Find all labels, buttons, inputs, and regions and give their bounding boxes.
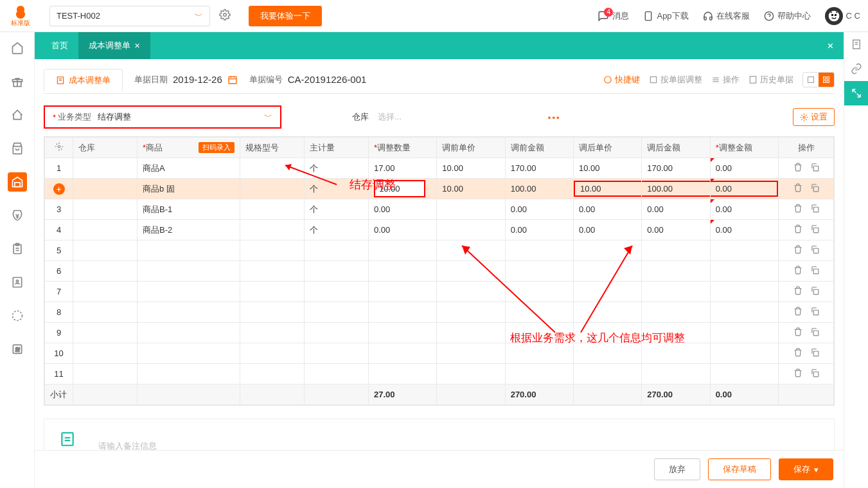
tab-cost-adjustment[interactable]: 成本调整单 ✕ [78, 32, 150, 59]
calendar-icon[interactable] [227, 75, 238, 85]
cell-warehouse[interactable] [73, 179, 137, 199]
cell-spec[interactable] [240, 323, 305, 343]
cell-spec[interactable] [240, 302, 305, 323]
cell-post-price[interactable] [573, 282, 641, 302]
cell-post-amt[interactable] [642, 323, 710, 343]
cell-post-price[interactable] [573, 261, 641, 282]
trial-button[interactable]: 我要体验一下 [249, 6, 322, 26]
cell-spec[interactable] [240, 158, 305, 179]
cell-qty[interactable] [369, 240, 437, 261]
table-row[interactable]: 1商品A个17.0010.00170.0010.00170.000.00 [45, 158, 834, 179]
cell-post-price[interactable] [573, 364, 641, 384]
close-icon[interactable]: ✕ [134, 42, 140, 50]
delete-icon[interactable] [793, 286, 802, 297]
nav-home-icon[interactable] [8, 39, 27, 58]
table-row[interactable]: 6 [45, 261, 834, 282]
cell-post-price[interactable] [573, 343, 641, 364]
cell-post-price[interactable]: 10.00 [573, 179, 641, 199]
nav-user-doc-icon[interactable] [8, 273, 27, 292]
nav-clipboard-icon[interactable] [8, 239, 27, 258]
cell-adj[interactable]: 0.00 [710, 199, 778, 220]
nav-sync-icon[interactable] [8, 306, 27, 325]
post-price-input[interactable]: 10.00 [574, 181, 641, 197]
cell-qty[interactable] [369, 302, 437, 323]
cell-qty[interactable]: 17.00 [369, 158, 437, 179]
table-row[interactable]: 10 [45, 343, 834, 364]
delete-icon[interactable] [793, 266, 802, 276]
cell-product[interactable]: 商品b 固 [137, 179, 240, 199]
cell-adj[interactable] [710, 282, 778, 302]
col-gear[interactable] [45, 138, 73, 158]
qty-input[interactable]: 10.00 [374, 180, 425, 197]
history-button[interactable]: 历史单据 [748, 74, 793, 86]
copy-icon[interactable] [810, 327, 819, 338]
nav-new-icon[interactable]: 新 [8, 339, 27, 359]
copy-icon[interactable] [810, 307, 819, 318]
doc-tab[interactable]: 成本调整单 [44, 69, 123, 91]
cell-warehouse[interactable] [73, 220, 137, 240]
copy-icon[interactable] [810, 204, 819, 215]
view-list-icon[interactable] [819, 73, 834, 87]
table-row[interactable]: +商品b 固个10.0010.00100.0010.00100.000.00 [45, 179, 834, 199]
cell-post-amt[interactable]: 0.00 [642, 199, 710, 220]
cell-adj[interactable] [710, 302, 778, 323]
messages-button[interactable]: 4 消息 [598, 10, 629, 22]
cell-spec[interactable] [240, 179, 305, 199]
add-row-icon[interactable]: + [53, 183, 65, 195]
delete-icon[interactable] [793, 183, 802, 194]
cell-post-price[interactable]: 0.00 [573, 199, 641, 220]
date-value[interactable]: 2019-12-26 [173, 74, 222, 85]
delete-icon[interactable] [793, 204, 802, 215]
user-menu[interactable]: C C [825, 7, 860, 25]
table-row[interactable]: 5 [45, 240, 834, 261]
table-row[interactable]: 7 [45, 282, 834, 302]
cell-post-amt[interactable] [642, 343, 710, 364]
delete-icon[interactable] [793, 307, 802, 318]
cell-warehouse[interactable] [73, 302, 137, 323]
nav-money-icon[interactable] [8, 206, 27, 225]
tenant-select[interactable]: TEST-H002 ﹀ [49, 6, 210, 26]
view-detail-icon[interactable] [803, 73, 819, 87]
table-row[interactable]: 8 [45, 302, 834, 323]
cell-adj[interactable]: 0.00 [710, 158, 778, 179]
cell-post-amt[interactable] [642, 261, 710, 282]
cell-adj[interactable]: 0.00 [710, 179, 778, 199]
cell-post-amt[interactable] [642, 282, 710, 302]
delete-icon[interactable] [793, 163, 802, 174]
note-icon[interactable] [844, 32, 868, 57]
save-draft-button[interactable]: 保存草稿 [708, 458, 771, 480]
nav-bag-icon[interactable] [8, 139, 27, 158]
close-all-tabs-icon[interactable]: ✕ [817, 32, 844, 59]
service-button[interactable]: 在线客服 [703, 10, 750, 22]
cell-product[interactable] [137, 282, 240, 302]
cell-adj[interactable] [710, 364, 778, 384]
settings-button[interactable]: 设置 [793, 108, 835, 126]
cell-qty[interactable]: 0.00 [369, 199, 437, 220]
cell-adj[interactable] [710, 240, 778, 261]
copy-icon[interactable] [810, 266, 819, 276]
delete-icon[interactable] [793, 327, 802, 338]
cell-post-amt[interactable] [642, 240, 710, 261]
logo[interactable]: 标准版 [8, 5, 33, 28]
cell-warehouse[interactable] [73, 343, 137, 364]
cell-product[interactable]: 商品A [137, 158, 240, 179]
expand-icon[interactable] [844, 81, 868, 105]
cell-post-amt[interactable]: 170.00 [642, 158, 710, 179]
adj-input[interactable]: 0.00 [711, 181, 778, 197]
cell-post-price[interactable] [573, 323, 641, 343]
cell-post-amt[interactable]: 0.00 [642, 220, 710, 240]
copy-icon[interactable] [810, 286, 819, 297]
cell-warehouse[interactable] [73, 323, 137, 343]
business-type-select[interactable]: * 业务类型 结存调整 ﹀ [44, 105, 281, 129]
cell-post-price[interactable]: 0.00 [573, 220, 641, 240]
app-download-button[interactable]: App下载 [643, 10, 688, 22]
cell-product[interactable] [137, 364, 240, 384]
cell-warehouse[interactable] [73, 282, 137, 302]
cell-product[interactable]: 商品B-2 [137, 220, 240, 240]
copy-icon[interactable] [810, 183, 819, 194]
cell-adj[interactable] [710, 261, 778, 282]
cell-warehouse[interactable] [73, 364, 137, 384]
cell-post-price[interactable] [573, 302, 641, 323]
cell-spec[interactable] [240, 261, 305, 282]
cell-qty[interactable] [369, 282, 437, 302]
